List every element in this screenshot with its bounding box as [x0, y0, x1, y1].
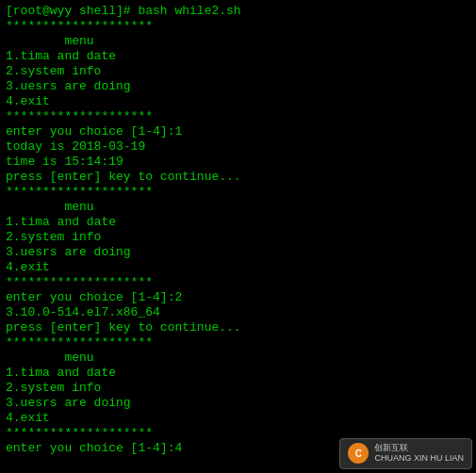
line-24: 1.tima and date	[6, 366, 470, 381]
terminal-window: [root@wyy shell]# bash while2.sh *******…	[0, 0, 476, 473]
line-2: menu	[6, 34, 470, 49]
watermark: C 创新互联 CHUANG XIN HU LIAN	[339, 438, 472, 469]
line-6: 4.exit	[6, 94, 470, 109]
watermark-chinese: 创新互联	[374, 443, 464, 454]
line-9: today is 2018-03-19	[6, 139, 470, 155]
line-17: 4.exit	[6, 260, 470, 275]
watermark-pinyin: CHUANG XIN HU LIAN	[374, 453, 464, 465]
line-0: [root@wyy shell]# bash while2.sh	[6, 4, 470, 19]
line-16: 3.uesrs are doing	[6, 245, 470, 260]
line-20: 3.10.0-514.el7.x86_64	[6, 305, 470, 320]
line-5: 3.uesrs are doing	[6, 79, 470, 94]
watermark-text: 创新互联 CHUANG XIN HU LIAN	[374, 443, 464, 465]
line-19: enter you choice [1-4]:2	[6, 290, 470, 305]
line-25: 2.system info	[6, 381, 470, 396]
line-22: ********************	[6, 335, 470, 351]
line-8: enter you choice [1-4]:1	[6, 124, 470, 139]
line-18: ********************	[6, 275, 470, 290]
line-12: ********************	[6, 185, 470, 200]
line-10: time is 15:14:19	[6, 155, 470, 170]
line-21: press [enter] key to continue...	[6, 320, 470, 335]
line-15: 2.system info	[6, 230, 470, 245]
terminal-output: [root@wyy shell]# bash while2.sh *******…	[6, 4, 470, 473]
line-3: 1.tima and date	[6, 49, 470, 64]
line-26: 3.uesrs are doing	[6, 396, 470, 411]
line-13: menu	[6, 200, 470, 215]
line-1: ********************	[6, 19, 470, 34]
watermark-logo-icon: C	[348, 443, 369, 464]
line-27: 4.exit	[6, 411, 470, 426]
line-14: 1.tima and date	[6, 215, 470, 230]
line-23: menu	[6, 351, 470, 366]
line-11: press [enter] key to continue...	[6, 170, 470, 185]
line-7: ********************	[6, 109, 470, 124]
line-4: 2.system info	[6, 64, 470, 79]
